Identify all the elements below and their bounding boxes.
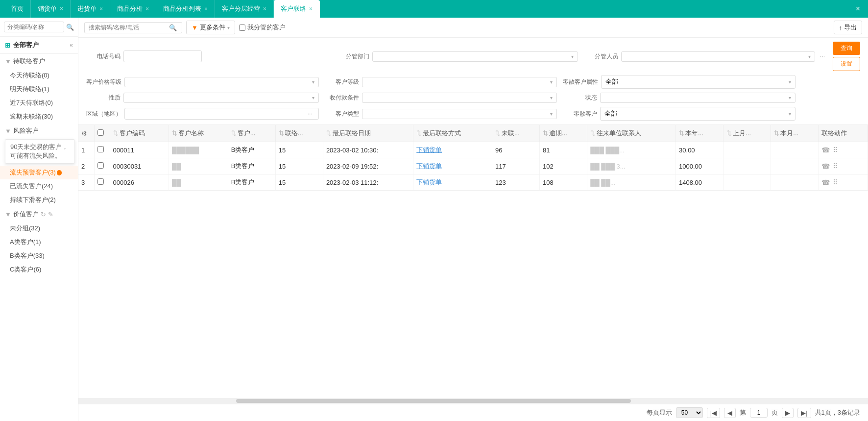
select-all-checkbox[interactable] [97,129,104,136]
toolbar-search-icon[interactable]: 🔍 [169,24,177,31]
th-year-amount-sort-icon[interactable]: ⇅ [679,129,684,137]
sidebar-item-a-class[interactable]: A类客户(1) [0,235,78,249]
tab-analysis-list-close[interactable]: × [204,5,208,12]
sidebar-all-customers[interactable]: ⊞ 全部客户 « [0,37,78,54]
sidebar-item-b-class[interactable]: B类客户(33) [0,249,78,263]
action-phone-icon-1[interactable]: ☎ [821,146,830,154]
th-last-month-sort-icon[interactable]: ⇅ [726,129,732,137]
th-this-month-sort-icon[interactable]: ⇅ [774,129,779,137]
sidebar-collapse-icon[interactable]: « [70,42,73,49]
th-checkbox[interactable] [94,125,110,142]
row-1-checkbox[interactable] [97,146,104,152]
query-button[interactable]: 查询 [833,42,860,55]
filter-phone-input[interactable] [123,50,202,62]
th-not-contacted-sort-icon[interactable]: ⇅ [495,129,501,137]
th-code-sort-icon[interactable]: ⇅ [113,129,119,137]
tab-customer-segment-close[interactable]: × [263,5,266,12]
action-more-icon-1[interactable]: ⠿ [833,146,838,154]
sidebar-item-overdue[interactable]: 逾期未联络(30) [0,110,78,124]
th-last-date-sort-icon[interactable]: ⇅ [326,129,332,137]
scattered-arrow-icon: ▾ [789,111,791,117]
page-size-select[interactable]: 50 100 200 [676,407,703,418]
sidebar-item-today[interactable]: 今天待联络(0) [0,69,78,82]
next-page-btn[interactable]: ▶ [782,408,794,418]
settings-button[interactable]: 设置 [833,57,860,71]
filter-scattered-attr-select[interactable]: 全部 ▾ [601,75,796,89]
sidebar-item-declining[interactable]: 持续下滑客户(2) [0,193,78,207]
filter-region-select[interactable]: ··· [124,108,319,120]
action-more-icon-3[interactable]: ⠿ [833,178,838,186]
tab-customer-contact[interactable]: 客户联络 × [274,0,320,18]
action-phone-icon-2[interactable]: ☎ [821,162,830,170]
filter-payment-select[interactable]: ▾ [362,93,557,103]
sidebar-item-c-class[interactable]: C类客户(6) [0,263,78,276]
sidebar-search-input[interactable] [4,22,64,32]
td-checkbox-3[interactable] [94,174,110,191]
th-last-date: ⇅最后联络日期 [323,125,413,142]
action-icons-2: ☎ ⠿ [821,162,865,170]
my-customers-checkbox[interactable] [239,25,245,31]
last-page-btn[interactable]: ▶| [797,408,811,418]
tab-home[interactable]: 首页 [4,0,31,18]
sidebar-item-ungroup[interactable]: 未分组(32) [0,222,78,235]
action-phone-icon-3[interactable]: ☎ [821,178,830,186]
th-overdue-sort-icon[interactable]: ⇅ [543,129,548,137]
global-close-icon[interactable]: × [852,4,864,13]
td-checkbox-1[interactable] [94,142,110,158]
export-btn[interactable]: ↑ 导出 [834,21,863,34]
filter-person-select[interactable]: ▾ [621,51,815,62]
tab-sales[interactable]: 销货单 × [31,0,71,18]
th-unit-contact-sort-icon[interactable]: ⇅ [590,129,596,137]
sidebar-item-7days[interactable]: 近7天待联络(0) [0,96,78,110]
row-3-checkbox[interactable] [97,178,104,185]
tab-customer-contact-close[interactable]: × [309,5,313,12]
sidebar-group-risk[interactable]: ▼ 风险客户 [0,124,78,138]
sidebar-item-churn-warning[interactable]: 流失预警客户(3) [0,166,78,179]
filter-scattered-select[interactable]: 全部 ▾ [600,107,796,121]
settings-icon[interactable]: ⚙ [81,130,87,137]
last-way-link-3[interactable]: 下销货单 [416,178,442,186]
value-refresh-icon[interactable]: ↻ [41,211,46,218]
horizontal-scrollbar[interactable] [78,398,868,404]
action-more-icon-2[interactable]: ⠿ [833,162,838,170]
last-way-link-1[interactable]: 下销货单 [416,146,442,153]
my-customers-checkbox-label[interactable]: 我分管的客户 [239,23,286,32]
first-page-btn[interactable]: |◀ [707,408,720,418]
filter-region-more[interactable]: ··· [306,110,314,117]
tab-sales-close[interactable]: × [60,5,63,12]
prev-page-btn[interactable]: ◀ [724,408,736,418]
value-edit-icon[interactable]: ✎ [48,211,53,218]
row-2-checkbox[interactable] [97,162,104,169]
td-unit-contact-1: ███ ███... [587,142,676,158]
sidebar-search-icon[interactable]: 🔍 [66,24,74,31]
tab-customer-segment[interactable]: 客户分层经营 × [215,0,274,18]
sidebar-group-pending[interactable]: ▼ 待联络客户 [0,54,78,69]
sidebar-item-churned[interactable]: 已流失客户(24) [0,179,78,193]
th-settings[interactable]: ⚙ [78,125,94,142]
th-last-way-sort-icon[interactable]: ⇅ [416,129,422,137]
filter-nature-select[interactable]: ▾ [123,93,319,103]
scrollbar-thumb[interactable] [236,399,631,403]
filter-customer-level-select[interactable]: ▾ [362,77,557,87]
th-contact-sort-icon[interactable]: ⇅ [279,129,284,137]
filter-price-level-select[interactable]: ▾ [124,77,319,87]
tab-purchase[interactable]: 进货单 × [71,0,110,18]
tab-analysis[interactable]: 商品分析 × [110,0,156,18]
filter-more-btn[interactable]: ▼ 更多条件 ▾ [186,21,235,34]
tab-analysis-list[interactable]: 商品分析列表 × [156,0,215,18]
td-not-contacted-3: 123 [492,174,539,191]
last-way-link-2[interactable]: 下销货单 [416,162,442,170]
tab-analysis-close[interactable]: × [145,5,149,12]
filter-dept-select[interactable]: ▾ [372,51,578,62]
th-type-sort-icon[interactable]: ⇅ [231,129,237,137]
th-name-sort-icon[interactable]: ⇅ [172,129,177,137]
sidebar-item-tomorrow[interactable]: 明天待联络(1) [0,82,78,96]
toolbar-search-input[interactable] [89,24,167,31]
filter-status-select[interactable]: ▾ [600,93,796,103]
tab-purchase-close[interactable]: × [99,5,103,12]
filter-customer-type-select[interactable]: ▾ [362,109,557,119]
page-number-input[interactable] [750,408,768,418]
td-checkbox-2[interactable] [94,158,110,174]
sidebar-group-value[interactable]: ▼ 价值客户 ↻ ✎ [0,207,78,222]
filter-person-more[interactable]: ··· [818,53,827,60]
